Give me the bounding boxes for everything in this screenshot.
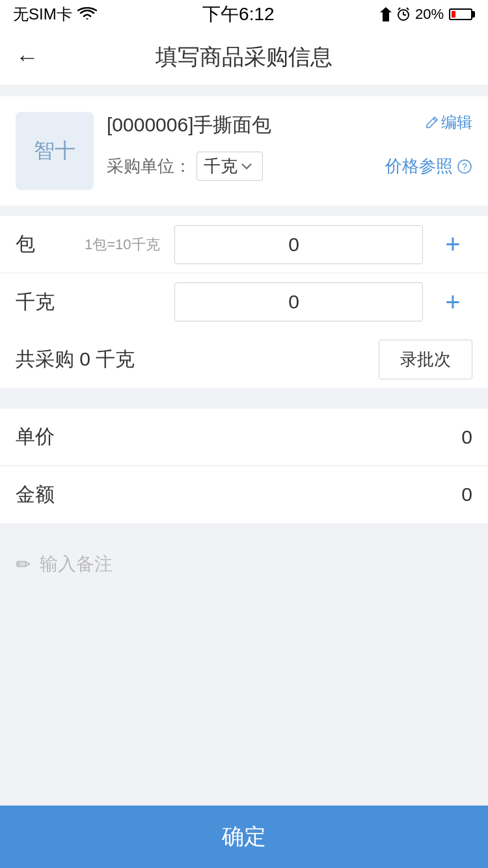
status-bar: 无SIM卡 下午6:12 20% [0, 0, 488, 29]
battery-icon [449, 8, 475, 20]
battery-percent: 20% [415, 6, 444, 23]
product-logo: 智十 [34, 137, 75, 165]
price-ref-label: 价格参照 [385, 155, 453, 178]
unit-value: 千克 [204, 155, 237, 178]
status-right: 20% [380, 6, 475, 23]
svg-line-5 [433, 118, 436, 121]
help-icon: ? [457, 159, 472, 174]
bag-input-row: 包 1包=10千克 + [0, 216, 488, 273]
bag-plus-button[interactable]: + [433, 225, 472, 264]
unit-label: 采购单位： [107, 155, 191, 178]
svg-line-4 [407, 8, 409, 10]
edit-label: 编辑 [441, 112, 472, 133]
divider-1 [0, 206, 488, 216]
note-placeholder: 输入备注 [40, 552, 113, 576]
product-info: [0000006]手撕面包 编辑 采购单位： 千克 价格 [107, 112, 472, 181]
bag-input[interactable] [174, 225, 423, 264]
page-title: 填写商品采购信息 [156, 42, 332, 72]
product-card: 智十 [0000006]手撕面包 编辑 采购单位： 千克 [0, 96, 488, 206]
pencil-icon: ✏ [16, 554, 31, 575]
unit-row: 采购单位： 千克 价格参照 ? [107, 152, 472, 181]
kg-input-row: 千克 + [0, 273, 488, 331]
note-section[interactable]: ✏ 输入备注 [0, 534, 488, 595]
edit-icon [426, 116, 439, 129]
unit-price-row: 单价 0 [0, 409, 488, 466]
product-header: [0000006]手撕面包 编辑 [107, 112, 472, 139]
wifi-icon [77, 7, 97, 21]
price-section: 单价 0 金额 0 [0, 409, 488, 523]
status-time: 下午6:12 [202, 2, 275, 27]
summary-row: 共采购 0 千克 录批次 [0, 331, 488, 388]
record-batch-button[interactable]: 录批次 [379, 340, 472, 379]
amount-row: 金额 0 [0, 466, 488, 523]
svg-text:?: ? [462, 161, 467, 172]
unit-price-value: 0 [461, 426, 472, 448]
confirm-button[interactable]: 确定 [0, 806, 488, 868]
back-button[interactable]: ← [16, 44, 39, 71]
amount-label: 金额 [16, 481, 55, 508]
kg-plus-button[interactable]: + [433, 282, 472, 321]
divider-2 [0, 388, 488, 398]
price-ref-button[interactable]: 价格参照 ? [385, 155, 472, 178]
product-name: [0000006]手撕面包 [107, 112, 271, 139]
kg-label: 千克 [16, 289, 81, 316]
alarm-icon [397, 7, 410, 21]
input-section: 包 1包=10千克 + 千克 + [0, 216, 488, 331]
summary-text: 共采购 0 千克 [16, 346, 135, 373]
location-icon [380, 7, 392, 21]
unit-select[interactable]: 千克 [197, 152, 263, 181]
content-area [0, 595, 488, 816]
sim-text: 无SIM卡 [13, 4, 72, 25]
unit-price-label: 单价 [16, 424, 55, 450]
kg-input[interactable] [174, 282, 423, 321]
svg-line-3 [398, 8, 400, 10]
edit-button[interactable]: 编辑 [426, 112, 472, 133]
status-left: 无SIM卡 [13, 4, 97, 25]
amount-value: 0 [461, 483, 472, 506]
bag-sublabel: 1包=10千克 [85, 235, 160, 254]
bag-label: 包 [16, 231, 81, 258]
nav-bar: ← 填写商品采购信息 [0, 29, 488, 86]
chevron-down-icon [241, 163, 252, 170]
product-image: 智十 [16, 112, 94, 190]
